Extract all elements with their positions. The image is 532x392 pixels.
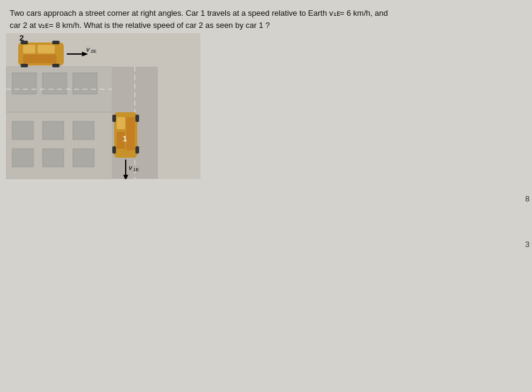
svg-text:1E: 1E [133, 167, 139, 172]
svg-rect-18 [23, 45, 35, 53]
svg-rect-24 [52, 64, 60, 67]
svg-rect-10 [73, 121, 94, 140]
svg-text:1: 1 [123, 134, 127, 143]
svg-rect-22 [52, 41, 60, 44]
svg-rect-30 [117, 117, 125, 129]
question-line2: car 2 at v₂ᴇ= 8 km/h. What is the relati… [10, 21, 270, 30]
question-line1: Two cars approach a street corner at rig… [10, 8, 388, 18]
svg-rect-6 [73, 73, 97, 94]
svg-rect-12 [43, 149, 64, 167]
main-container: Two cars approach a street corner at rig… [0, 0, 532, 392]
svg-rect-32 [126, 117, 135, 150]
svg-rect-13 [73, 149, 94, 167]
road-scene: v 2E 2 v 1E [6, 33, 200, 179]
svg-rect-34 [112, 146, 116, 154]
svg-rect-4 [12, 73, 36, 94]
right-number-bottom: 3 [525, 240, 530, 249]
svg-rect-36 [135, 146, 139, 154]
right-edge-numbers: 8 3 [525, 194, 532, 249]
right-number-top: 8 [525, 194, 530, 203]
svg-rect-35 [135, 115, 139, 122]
svg-rect-20 [23, 55, 56, 63]
svg-rect-33 [112, 115, 116, 122]
question-text: Two cars approach a street corner at rig… [10, 7, 522, 32]
svg-rect-23 [21, 64, 28, 67]
svg-text:2E: 2E [90, 49, 97, 54]
svg-rect-11 [12, 149, 33, 167]
svg-rect-19 [38, 45, 55, 53]
car2-number: 2 [19, 33, 24, 42]
svg-rect-5 [43, 73, 67, 94]
svg-rect-9 [43, 121, 64, 140]
diagram-svg: v 2E 2 v 1E [6, 33, 200, 179]
svg-rect-8 [12, 121, 33, 140]
